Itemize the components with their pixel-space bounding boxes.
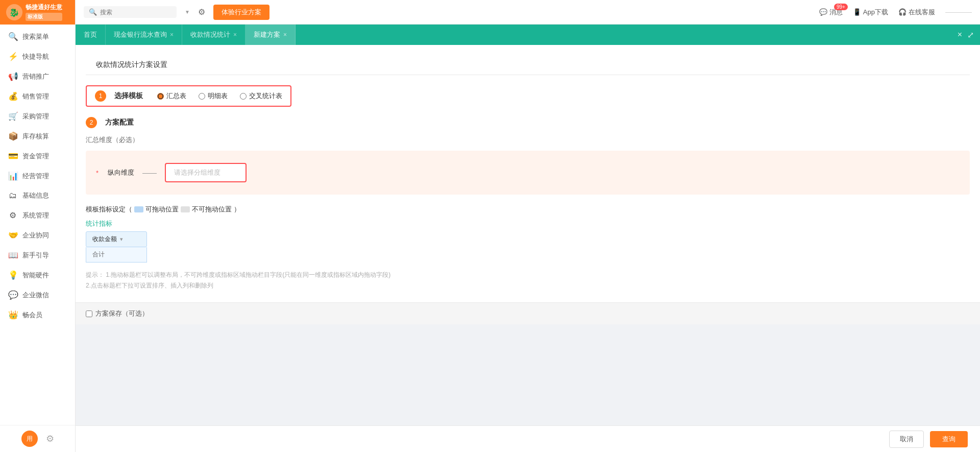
sidebar-item-7[interactable]: 📊经营管理 xyxy=(0,166,75,186)
footer-save-area: 方案保存（可选） xyxy=(76,302,980,324)
step2-badge: 2 xyxy=(86,117,97,128)
sidebar-icon-6: 💳 xyxy=(8,151,17,161)
tab-actions: × ⤢ xyxy=(958,30,980,40)
query-button[interactable]: 查询 xyxy=(930,431,968,447)
sidebar-item-10[interactable]: 🤝企业协同 xyxy=(0,225,75,245)
sidebar-item-14[interactable]: 👑畅会员 xyxy=(0,305,75,325)
tab-close-1[interactable]: × xyxy=(170,31,174,38)
tab-0[interactable]: 首页 xyxy=(76,25,106,45)
tab-label-3: 新建方案 xyxy=(254,30,280,39)
radio-detail-label: 明细表 xyxy=(208,91,228,101)
metric-dropdown-icon[interactable]: ▾ xyxy=(120,236,123,243)
sidebar-icon-12: 💡 xyxy=(8,270,17,280)
fixed-legend-label: 不可拖动位置 xyxy=(192,205,232,214)
sidebar-item-11[interactable]: 📖新手引导 xyxy=(0,245,75,265)
sidebar-label-5: 库存核算 xyxy=(22,132,49,141)
dim-required-mark: * xyxy=(96,169,99,177)
sidebar-label-6: 资金管理 xyxy=(22,152,49,161)
sidebar-item-4[interactable]: 🛒采购管理 xyxy=(0,106,75,126)
sidebar-icon-13: 💬 xyxy=(8,290,17,300)
sidebar-icon-0: 🔍 xyxy=(8,32,17,41)
content-area: 收款情况统计方案设置 1 选择模板 汇总表 xyxy=(76,45,980,425)
tab-close-3[interactable]: × xyxy=(283,31,287,38)
radio-cross-label: 交叉统计表 xyxy=(249,91,282,101)
topbar: 🔍 ▼ ⚙ 体验行业方案 💬 消息 99+ 📱 App下载 🎧 在线客服 ———… xyxy=(76,0,980,25)
step1-label: 选择模板 xyxy=(114,91,143,101)
sidebar-item-2[interactable]: 📢营销推广 xyxy=(0,66,75,86)
sidebar-item-5[interactable]: 📦库存核算 xyxy=(0,126,75,146)
app-logo: 🐉 畅捷通好生意 标准版 xyxy=(0,0,75,25)
sidebar-icon-1: ⚡ xyxy=(8,52,17,61)
sidebar-icon-14: 👑 xyxy=(8,310,17,320)
sidebar-item-6[interactable]: 💳资金管理 xyxy=(0,146,75,166)
sidebar-item-9[interactable]: ⚙系统管理 xyxy=(0,205,75,225)
settings-icon[interactable]: ⚙ xyxy=(46,433,54,444)
search-dropdown-arrow[interactable]: ▼ xyxy=(185,9,190,15)
sidebar-label-13: 企业微信 xyxy=(22,291,49,300)
user-avatar[interactable]: 用 xyxy=(21,431,38,447)
sidebar-label-8: 基础信息 xyxy=(22,191,49,200)
radio-summary[interactable]: 汇总表 xyxy=(157,91,186,101)
sidebar-label-14: 畅会员 xyxy=(22,311,42,320)
search-icon: 🔍 xyxy=(89,8,97,16)
tabbar: 首页现金银行流水查询×收款情况统计×新建方案× × ⤢ xyxy=(76,25,980,45)
cancel-button[interactable]: 取消 xyxy=(889,431,924,448)
sidebar-icon-8: 🗂 xyxy=(8,191,17,200)
gear-icon[interactable]: ⚙ xyxy=(198,7,205,17)
download-btn[interactable]: 📱 App下载 xyxy=(853,8,888,17)
sidebar-item-3[interactable]: 💰销售管理 xyxy=(0,86,75,106)
search-input[interactable] xyxy=(100,9,172,16)
headset-icon: 🎧 xyxy=(898,8,906,16)
message-btn[interactable]: 💬 消息 99+ xyxy=(819,8,843,17)
radio-cross[interactable]: 交叉统计表 xyxy=(240,91,282,101)
try-industry-btn[interactable]: 体验行业方案 xyxy=(213,5,270,20)
step1-section: 1 选择模板 汇总表 明细表 xyxy=(86,85,970,107)
fixed-legend: 不可拖动位置 xyxy=(181,205,232,214)
tab-close-2[interactable]: × xyxy=(233,31,237,38)
sidebar-icon-4: 🛒 xyxy=(8,111,17,121)
service-btn[interactable]: 🎧 在线客服 xyxy=(898,8,935,17)
sidebar-label-7: 经营管理 xyxy=(22,172,49,181)
user-label: ———— xyxy=(945,8,972,16)
maximize-icon[interactable]: ⤢ xyxy=(967,30,974,40)
sidebar-icon-9: ⚙ xyxy=(8,210,17,220)
metric-tag-amount[interactable]: 收款金额 ▾ xyxy=(86,231,147,247)
close-window-icon[interactable]: × xyxy=(958,30,962,39)
step2-section: 2 方案配置 汇总维度（必选） * 纵向维度 —— 请选择分组维度 xyxy=(86,117,970,290)
sidebar-label-4: 采购管理 xyxy=(22,112,49,121)
page-title: 收款情况统计方案设置 xyxy=(86,55,970,75)
bottombar: 取消 查询 xyxy=(76,425,980,452)
sidebar-item-8[interactable]: 🗂基础信息 xyxy=(0,186,75,205)
movable-legend-box xyxy=(134,206,143,212)
metrics-grid-area: 统计指标 收款金额 ▾ 合计 xyxy=(86,219,970,263)
tab-3[interactable]: 新建方案× xyxy=(246,25,296,45)
user-info[interactable]: ———— xyxy=(945,8,972,16)
search-box[interactable]: 🔍 xyxy=(84,6,177,18)
sidebar-label-3: 销售管理 xyxy=(22,92,49,101)
sidebar-label-10: 企业协同 xyxy=(22,231,49,240)
app-name: 畅捷通好生意 xyxy=(26,4,62,12)
sidebar: 🐉 畅捷通好生意 标准版 🔍搜索菜单⚡快捷导航📢营销推广💰销售管理🛒采购管理📦库… xyxy=(0,0,76,452)
save-checkbox-label[interactable]: 方案保存（可选） xyxy=(86,309,149,318)
tab-2[interactable]: 收款情况统计× xyxy=(182,25,246,45)
sidebar-icon-2: 📢 xyxy=(8,72,17,81)
sidebar-item-13[interactable]: 💬企业微信 xyxy=(0,285,75,305)
form-area: 收款情况统计方案设置 1 选择模板 汇总表 xyxy=(76,45,980,302)
sidebar-item-12[interactable]: 💡智能硬件 xyxy=(0,265,75,285)
movable-legend: 可拖动位置 xyxy=(134,205,179,214)
dim-select-box[interactable]: 请选择分组维度 xyxy=(165,163,247,182)
dim-area: * 纵向维度 —— 请选择分组维度 xyxy=(86,151,970,195)
sidebar-item-0[interactable]: 🔍搜索菜单 xyxy=(0,27,75,46)
message-icon: 💬 xyxy=(819,8,827,16)
step1-badge: 1 xyxy=(95,90,106,102)
tab-1[interactable]: 现金银行流水查询× xyxy=(106,25,182,45)
radio-detail[interactable]: 明细表 xyxy=(199,91,228,101)
save-checkbox[interactable] xyxy=(86,311,92,317)
metrics-header-text: 模板指标设定（ xyxy=(86,205,132,214)
download-label: App下载 xyxy=(863,8,888,17)
sidebar-item-1[interactable]: ⚡快捷导航 xyxy=(0,46,75,66)
fixed-legend-box xyxy=(181,206,190,212)
step2-label: 方案配置 xyxy=(105,118,134,127)
movable-legend-label: 可拖动位置 xyxy=(145,205,179,214)
radio-summary-label: 汇总表 xyxy=(166,91,186,101)
